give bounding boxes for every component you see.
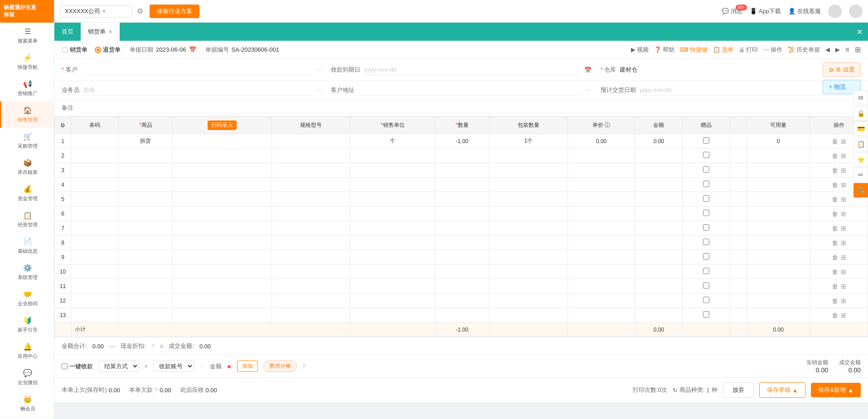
gift-checkbox-11[interactable] [703, 282, 709, 289]
customer-input[interactable] [81, 64, 312, 75]
tool-video[interactable]: ▶ 视频 [631, 46, 649, 54]
remark-input[interactable] [77, 102, 861, 113]
delete-icon-1[interactable]: 🗑 [832, 138, 838, 145]
save-draft-button[interactable]: 保存草稿 ▲ [759, 382, 806, 398]
copy-icon-8[interactable]: ⊞ [841, 239, 846, 246]
tool-select[interactable]: 📋 选单 [713, 46, 733, 54]
copy-icon-3[interactable]: ⊞ [841, 167, 846, 174]
copy-icon-1[interactable]: ⊞ [841, 138, 846, 145]
sidebar-item-member[interactable]: 👑 畅会员 [0, 390, 54, 417]
gift-checkbox-3[interactable] [703, 166, 709, 173]
float-btn-5[interactable]: ⭐ [853, 152, 868, 167]
tool-help[interactable]: ❓ 帮助 [654, 46, 674, 54]
radio-return-order[interactable]: 退货单 [95, 46, 121, 54]
delete-icon-11[interactable]: 🗑 [832, 283, 838, 290]
delete-icon-2[interactable]: 🗑 [832, 152, 838, 159]
row-pkg-qty-1[interactable]: 1个 [489, 134, 567, 149]
row-unit-1[interactable]: 个 [350, 134, 435, 149]
copy-icon-2[interactable]: ⊞ [841, 152, 846, 159]
row-price-2[interactable] [567, 149, 635, 163]
tab-close-icon[interactable]: ✕ [108, 29, 112, 35]
sidebar-item-sales[interactable]: 🏠 销售管理 [0, 101, 54, 128]
row-gift-2[interactable] [683, 149, 730, 163]
float-btn-3[interactable]: 💳 [853, 121, 868, 136]
scan-button[interactable]: 扫码录入 [208, 120, 237, 130]
nav-prev-icon[interactable]: ◀ [825, 46, 830, 53]
float-btn-4[interactable]: 📋 [853, 137, 868, 151]
gift-checkbox-8[interactable] [703, 239, 709, 245]
row-product-1[interactable]: 拆货 [118, 134, 172, 149]
view-grid-icon[interactable]: ⊞ [855, 45, 861, 54]
row-pkg-qty-2[interactable] [489, 149, 567, 163]
row-amount-1[interactable]: 0.00 [635, 134, 683, 149]
delete-icon-4[interactable]: 🗑 [832, 181, 838, 188]
save-new-button[interactable]: 保存&新增 ▲ [811, 383, 861, 397]
sidebar-item-marketing[interactable]: 📢 营销推广 [0, 75, 54, 101]
discount-help-icon[interactable]: ? [151, 343, 155, 350]
gift-checkbox-13[interactable] [703, 311, 709, 318]
add-button[interactable]: 添加 [237, 361, 258, 372]
float-btn-6[interactable]: ✏ [853, 168, 868, 182]
one-click-payment-checkbox[interactable] [62, 363, 68, 369]
message-button[interactable]: 💬 消息 99+ [722, 7, 742, 15]
payment-date-input[interactable] [364, 64, 580, 75]
sidebar-item-basic-info[interactable]: 📄 基础信息 [0, 233, 54, 259]
trial-button[interactable]: 体验行业方案 [150, 5, 199, 18]
sidebar-item-quick-nav[interactable]: ⚡ 快捷导航 [0, 49, 54, 75]
account-dots-icon[interactable]: ··· [199, 363, 204, 370]
customer-dots-icon[interactable]: ··· [316, 66, 322, 74]
th-scan[interactable]: 扫码录入 [173, 117, 272, 134]
fee-button[interactable]: 费用分摊 [263, 361, 297, 372]
delete-icon-3[interactable]: 🗑 [832, 167, 838, 174]
gift-checkbox-12[interactable] [703, 297, 709, 303]
row-spec-2[interactable] [272, 149, 350, 163]
calendar-icon[interactable]: 📅 [189, 46, 196, 53]
sidebar-item-app-center[interactable]: 🔔 应用中心 [0, 338, 54, 364]
float-btn-2[interactable]: 🔒 [853, 106, 868, 120]
app-download-button[interactable]: 📱 App下载 [750, 7, 781, 15]
total-owe-help-icon[interactable]: ? [155, 387, 158, 394]
row-barcode-2[interactable] [71, 149, 119, 163]
sidebar-item-inventory[interactable]: 📦 库存核算 [0, 154, 54, 180]
row-barcode-1[interactable] [71, 134, 119, 149]
radio-sales-order[interactable]: 销货单 [62, 46, 87, 54]
copy-icon-13[interactable]: ⊞ [841, 312, 846, 319]
copy-icon-10[interactable]: ⊞ [841, 268, 846, 275]
expected-delivery-input[interactable] [640, 85, 850, 96]
nav-next-icon[interactable]: ▶ [835, 46, 840, 53]
account-select[interactable]: 收款账号 [153, 361, 194, 372]
gift-checkbox-5[interactable] [703, 195, 709, 202]
tool-history[interactable]: 📜 历史单据 [788, 46, 820, 54]
avatar2[interactable] [849, 5, 863, 18]
copy-icon-6[interactable]: ⊞ [841, 210, 846, 217]
row-amount-2[interactable] [635, 149, 683, 163]
row-spec-1[interactable] [272, 134, 350, 149]
copy-icon-9[interactable]: ⊞ [841, 254, 846, 261]
delete-icon-7[interactable]: 🗑 [832, 225, 838, 232]
window-close-icon[interactable]: ✕ [857, 28, 863, 36]
payment-date-cal-icon[interactable]: 📅 [584, 67, 592, 73]
view-list-icon[interactable]: ≡ [845, 46, 849, 54]
sidebar-item-guide[interactable]: 🔰 新手引导 [0, 312, 54, 338]
th-settings[interactable]: ⚙ [55, 117, 71, 134]
gift-checkbox-6[interactable] [703, 210, 709, 216]
delete-icon-9[interactable]: 🗑 [832, 254, 838, 261]
gift-checkbox-1[interactable] [703, 137, 709, 144]
customer-address-input[interactable] [358, 85, 582, 96]
delete-icon-6[interactable]: 🗑 [832, 210, 838, 217]
sidebar-item-wecom[interactable]: 💬 企业微信 [0, 364, 54, 390]
sidebar-item-enterprise[interactable]: 🤝 企业协同 [0, 285, 54, 312]
gift-checkbox-4[interactable] [703, 181, 709, 187]
row-gift-1[interactable] [683, 134, 730, 149]
gift-checkbox-2[interactable] [703, 152, 709, 158]
row-qty-1[interactable]: -1.00 [435, 134, 489, 149]
product-type[interactable]: ↻ 商品种类: 1 种 [673, 386, 718, 394]
delete-icon-8[interactable]: 🗑 [832, 239, 838, 246]
row-product-2[interactable] [118, 149, 172, 163]
copy-icon-12[interactable]: ⊞ [841, 297, 846, 304]
delete-icon-12[interactable]: 🗑 [832, 297, 838, 304]
delete-icon-13[interactable]: 🗑 [832, 312, 838, 319]
sidebar-item-search[interactable]: ☰ 搜索菜单 [0, 23, 54, 49]
sidebar-item-finance[interactable]: 💰 资金管理 [0, 180, 54, 207]
tab-sales-order[interactable]: 销货单 ✕ [81, 23, 120, 41]
